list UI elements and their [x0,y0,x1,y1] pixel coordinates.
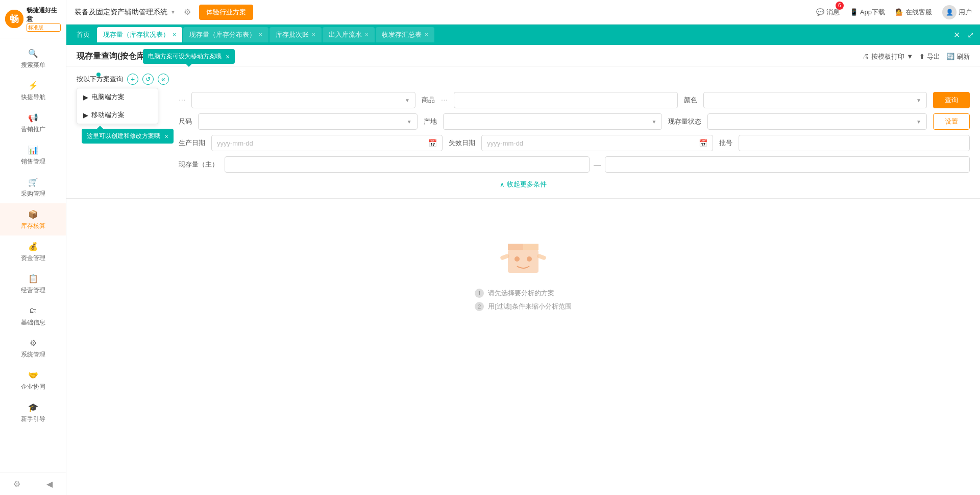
tab-inout-flow-close[interactable]: × [365,32,369,38]
origin-label: 产地 [424,117,437,126]
export-btn[interactable]: ⬆ 导出 [919,52,940,61]
sidebar-item-inventory[interactable]: 📦 库存核算 [0,203,66,235]
chevron-up-icon: ∧ [500,181,505,188]
reset-button[interactable]: 设置 [933,113,970,130]
filter-dots-1[interactable]: ··· [179,96,185,105]
export-icon: ⬆ [919,53,925,60]
filter-inventory-status[interactable]: ▼ [707,113,927,130]
filter-color[interactable]: ▼ [703,92,927,108]
color-arrow-icon: ▼ [916,98,921,103]
empty-tip-2: 2 用[过滤]条件来缩小分析范围 [475,302,571,311]
sidebar-item-finance[interactable]: 💰 资金管理 [0,235,66,268]
system-dropdown-arrow[interactable]: ▼ [170,9,176,15]
filter-warehouse[interactable]: ▼ [191,92,415,108]
svg-rect-2 [508,250,538,273]
filter-expire-date[interactable]: yyyy-mm-dd 📅 [481,135,713,151]
sidebar: 畅 畅捷通好生意 标准版 🔍 搜索菜单 ⚡ 快捷导航 📢 营销推广 📊 销售管理… [0,0,66,495]
tab-inout-flow[interactable]: 出入库流水 × [323,27,375,42]
tab-inventory-dist[interactable]: 现存量（库存分布表） × [183,27,268,42]
tooltip-create-scheme-close[interactable]: × [164,132,168,140]
print-icon: 🖨 [863,53,869,60]
sidebar-item-enterprise[interactable]: 🤝 企业协同 [0,364,66,396]
sales-nav-icon: 📊 [28,144,39,155]
filter-goods[interactable] [454,92,677,108]
tab-inventory-status-label: 现存量（库存状况表） [103,30,169,39]
experience-button[interactable]: 体验行业方案 [199,5,253,20]
origin-arrow-icon: ▼ [651,119,656,125]
purchase-nav-icon: 🛒 [28,176,39,187]
filter-batch-num[interactable] [739,135,970,151]
marketing-nav-icon: 📢 [28,112,39,123]
print-template-btn[interactable]: 🖨 按模板打印 ▼ [863,52,913,61]
tab-batch-account-close[interactable]: × [312,32,315,38]
filter-origin[interactable]: ▼ [443,113,663,130]
chevron-right-icon: ▶ [83,93,88,101]
app-download-item[interactable]: 📱 App下载 [850,8,885,17]
expire-date-label: 失效日期 [449,138,475,148]
header-right: 💬 消息 6 📱 App下载 💁 在线客服 👤 用户 [816,5,972,19]
calendar-icon-1[interactable]: 📅 [428,139,437,147]
refresh-btn[interactable]: 🔄 刷新 [946,52,970,61]
sidebar-item-sales[interactable]: 📊 销售管理 [0,139,66,171]
tab-inventory-dist-close[interactable]: × [259,32,262,38]
filter-dot [96,73,101,77]
tooltip-scheme-mobile-close[interactable]: × [226,53,230,61]
sidebar-label-system: 系统管理 [21,350,45,359]
sidebar-item-marketing[interactable]: 📢 营销推广 [0,107,66,139]
gear-icon[interactable]: ⚙ [182,5,193,19]
sidebar-label-marketing: 营销推广 [21,125,45,134]
tabs-bar: 首页 现存量（库存状况表） × 现存量（库存分布表） × 库存批次账 × 出入库… [66,25,980,45]
batch-num-label: 批号 [719,138,732,148]
tab-close-all-icon[interactable]: ✕ [951,29,962,41]
app-download-label: App下载 [860,8,885,17]
filter-add-button[interactable]: + [127,74,138,85]
sidebar-item-operation[interactable]: 📋 经营管理 [0,268,66,300]
tip-num-1: 1 [475,289,484,298]
goods-label: 商品 [422,96,435,105]
online-service-label: 在线客服 [905,8,932,17]
search-button[interactable]: 查询 [933,92,970,108]
tab-expand-icon[interactable]: ⤢ [965,29,976,41]
filter-size[interactable]: ▼ [198,113,418,130]
newbie-nav-icon: 🎓 [28,402,39,413]
tab-home-label: 首页 [77,30,90,39]
user-item[interactable]: 👤 用户 [942,5,972,19]
tooltip-scheme-mobile-text: 电脑方案可设为移动方案哦 [148,52,222,61]
avatar: 👤 [942,5,957,19]
sidebar-item-search[interactable]: 🔍 搜索菜单 [0,42,66,75]
tab-batch-account[interactable]: 库存批次账 × [270,27,322,42]
tab-receive-summary-close[interactable]: × [425,32,428,38]
calendar-icon-2[interactable]: 📅 [699,139,707,147]
filter-stock-max[interactable] [605,156,970,173]
sidebar-label-operation: 经营管理 [21,286,45,295]
size-label: 尺码 [179,117,192,126]
filter-back-button[interactable]: « [158,74,169,85]
settings-icon[interactable]: ⚙ [13,479,20,489]
collapse-filter-btn[interactable]: ∧ 收起更多条件 [77,178,970,191]
scheme-item-mobile[interactable]: ▶ 移动端方案 [77,106,158,124]
sidebar-item-purchase[interactable]: 🛒 采购管理 [0,171,66,203]
collapse-sidebar-icon[interactable]: ◀ [46,479,53,489]
filter-refresh-button[interactable]: ↺ [142,74,154,85]
sidebar-item-newbie[interactable]: 🎓 新手引导 [0,396,66,429]
sidebar-item-system[interactable]: ⚙ 系统管理 [0,332,66,364]
filter-produce-date[interactable]: yyyy-mm-dd 📅 [211,135,443,151]
top-header: 装备及固定资产辅助管理系统 ▼ ⚙ 体验行业方案 💬 消息 6 📱 App下载 … [66,0,980,25]
filter-stock-min[interactable] [225,156,590,173]
tab-inventory-status[interactable]: 现存量（库存状况表） × [97,27,182,42]
tab-home[interactable]: 首页 [70,27,96,42]
color-label: 颜色 [684,96,697,105]
filter-fields: ··· ▼ 商品 ··· 颜色 ▼ 查询 [179,92,970,173]
logo-area: 畅 畅捷通好生意 标准版 [0,0,66,38]
online-service-item[interactable]: 💁 在线客服 [895,8,932,17]
tab-receive-summary[interactable]: 收发存汇总表 × [376,27,434,42]
filter-row-1: ··· ▼ 商品 ··· 颜色 ▼ 查询 [179,92,970,108]
scheme-item-pc[interactable]: ▶ 电脑端方案 [77,88,158,106]
refresh-label: 刷新 [957,52,970,61]
filter-dots-2[interactable]: ··· [441,96,448,105]
sidebar-item-basic[interactable]: 🗂 基础信息 [0,300,66,332]
filter-stock-range: — [225,156,970,173]
sidebar-item-quick[interactable]: ⚡ 快捷导航 [0,75,66,107]
message-item[interactable]: 💬 消息 6 [816,8,840,17]
tab-inventory-status-close[interactable]: × [173,32,176,38]
